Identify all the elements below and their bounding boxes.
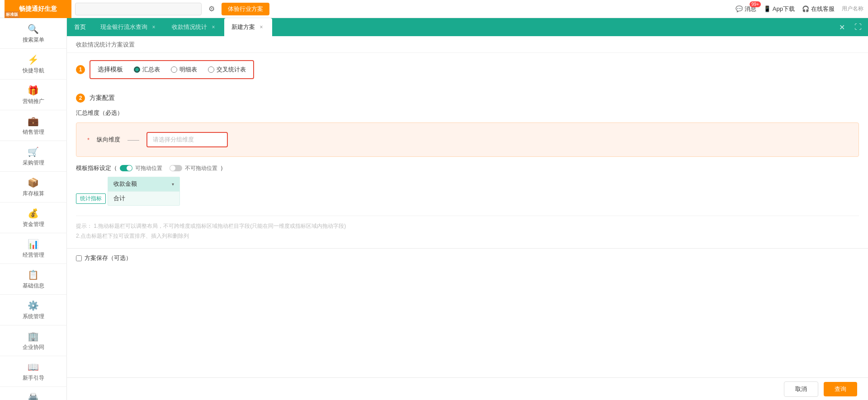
sidebar-item-system[interactable]: ⚙️ 系统管理 bbox=[0, 295, 66, 325]
hardware-icon: 🖨️ bbox=[28, 392, 39, 400]
stats-group-label: 统计指标 bbox=[76, 193, 106, 204]
tab-expand-icon[interactable]: ⛶ bbox=[852, 21, 864, 33]
dimension-select[interactable]: 请选择分组维度 bbox=[146, 132, 228, 147]
required-star: * bbox=[87, 136, 90, 143]
basicinfo-icon: 📋 bbox=[28, 269, 39, 280]
finance-icon: 💰 bbox=[28, 208, 39, 219]
sidebar-label-quicknav: 快捷导航 bbox=[23, 67, 44, 75]
tab-receipt-stats[interactable]: 收款情况统计 × bbox=[165, 18, 224, 36]
indicators-section: 统计指标 收款金额 ▾ 合计 bbox=[76, 177, 859, 207]
tab-bank-flow[interactable]: 现金银行流水查询 × bbox=[93, 18, 165, 36]
sidebar-label-marketing: 营销推广 bbox=[23, 98, 44, 105]
indicators-config-row: 模板指标设定（ 可拖动位置 不可拖动位置 ） bbox=[76, 164, 859, 172]
sidebar-item-sales[interactable]: 💼 销售管理 bbox=[0, 110, 66, 141]
radio-summary-input[interactable] bbox=[134, 66, 140, 73]
quicknav-icon: ⚡ bbox=[28, 54, 39, 65]
sidebar-item-quicknav[interactable]: ⚡ 快捷导航 bbox=[0, 49, 66, 80]
cancel-button[interactable]: 取消 bbox=[784, 381, 818, 397]
radio-summary[interactable]: 汇总表 bbox=[134, 66, 160, 74]
step2-label: 方案配置 bbox=[90, 94, 115, 102]
tab-new-plan-label: 新建方案 bbox=[231, 23, 255, 31]
sidebar-item-hardware[interactable]: 🖨️ 智能硬件 bbox=[0, 387, 66, 400]
sidebar-label-search: 搜索菜单 bbox=[23, 36, 44, 44]
tip-text-2: 2.点击标题栏下拉可设置排序、插入列和删除列 bbox=[76, 231, 189, 241]
save-option-checkbox[interactable]: 方案保存（可选） bbox=[76, 254, 132, 262]
step1-section: 1 选择模板 汇总表 明细表 bbox=[67, 53, 868, 86]
sidebar-item-marketing[interactable]: 🎁 营销推广 bbox=[0, 80, 66, 110]
purchase-icon: 🛒 bbox=[28, 146, 39, 157]
system-icon: ⚙️ bbox=[28, 300, 39, 311]
sidebar-item-inventory[interactable]: 📦 库存核算 bbox=[0, 172, 66, 202]
radio-crosstab-input[interactable] bbox=[208, 66, 214, 73]
inventory-icon: 📦 bbox=[28, 177, 39, 188]
headset-icon: 🎧 bbox=[802, 5, 809, 12]
indicators-label-text: 模板指标设定（ bbox=[76, 164, 117, 172]
sidebar-label-system: 系统管理 bbox=[23, 313, 44, 320]
sidebar-item-guide[interactable]: 📖 新手引导 bbox=[0, 356, 66, 387]
search-input[interactable] bbox=[75, 3, 202, 15]
breadcrumb: 收款情况统计方案设置 bbox=[67, 36, 868, 53]
chevron-down-icon[interactable]: ▾ bbox=[172, 182, 174, 187]
save-checkbox-label: 方案保存（可选） bbox=[85, 254, 132, 262]
movable-toggle[interactable] bbox=[120, 165, 132, 171]
trial-button[interactable]: 体验行业方案 bbox=[222, 3, 269, 15]
dimension-placeholder: 请选择分组维度 bbox=[153, 136, 194, 143]
stats-row-label: 合计 bbox=[113, 195, 125, 202]
tip-line-1: 提示： 1.拖动标题栏可以调整布局，不可跨维度或指标区域拖动栏目字段(只能在同一… bbox=[76, 221, 859, 231]
vertical-dimension-label: 纵向维度 bbox=[97, 136, 120, 144]
sidebar-item-finance[interactable]: 💰 资金管理 bbox=[0, 202, 66, 233]
template-radio-group: 汇总表 明细表 交叉统计表 bbox=[134, 66, 246, 74]
sidebar-item-purchase[interactable]: 🛒 采购管理 bbox=[0, 141, 66, 172]
tab-home[interactable]: 首页 bbox=[67, 18, 93, 36]
dimension-area: * 纵向维度 —— 请选择分组维度 bbox=[76, 122, 859, 157]
sidebar-label-guide: 新手引导 bbox=[23, 374, 44, 382]
page-content: 收款情况统计方案设置 1 选择模板 汇总表 bbox=[67, 36, 868, 377]
step1-num: 1 bbox=[76, 65, 85, 74]
radio-detail-input[interactable] bbox=[171, 66, 177, 73]
guide-icon: 📖 bbox=[28, 362, 39, 372]
tab-bar-right: ✕ ⛶ bbox=[835, 21, 868, 33]
sidebar-label-inventory: 库存核算 bbox=[23, 190, 44, 198]
top-header: 畅捷通好生意 标准版 ⚙ 体验行业方案 💬 消息 99+ 📱 App下载 🎧 在… bbox=[0, 0, 868, 18]
radio-detail[interactable]: 明细表 bbox=[171, 66, 197, 74]
sidebar-label-enterprise: 企业协同 bbox=[23, 344, 44, 351]
step2-section: 2 方案配置 汇总维度（必选） * 纵向维度 —— bbox=[67, 86, 868, 248]
sidebar-label-basicinfo: 基础信息 bbox=[23, 282, 44, 290]
sales-icon: 💼 bbox=[28, 116, 39, 127]
tab-close-all-icon[interactable]: ✕ bbox=[835, 21, 848, 33]
unmovable-label: 不可拖动位置 bbox=[185, 165, 217, 172]
stats-table-row: 合计 bbox=[108, 191, 179, 205]
service-button[interactable]: 🎧 在线客服 bbox=[802, 5, 835, 13]
query-button[interactable]: 查询 bbox=[824, 382, 857, 396]
page-footer: 方案保存（可选） bbox=[67, 248, 868, 268]
tip-line-2: 2.点击标题栏下拉可设置排序、插入列和删除列 bbox=[76, 231, 859, 241]
tips-area: 提示： 1.拖动标题栏可以调整布局，不可跨维度或指标区域拖动栏目字段(只能在同一… bbox=[76, 216, 859, 241]
stats-table-header[interactable]: 收款金额 ▾ bbox=[108, 177, 179, 191]
sidebar-label-purchase: 采购管理 bbox=[23, 159, 44, 167]
sidebar-item-enterprise[interactable]: 🏢 企业协同 bbox=[0, 325, 66, 356]
tab-new-plan[interactable]: 新建方案 × bbox=[224, 18, 272, 36]
gear-icon[interactable]: ⚙ bbox=[205, 3, 218, 15]
tab-receipt-stats-close[interactable]: × bbox=[210, 24, 217, 31]
enterprise-icon: 🏢 bbox=[28, 331, 39, 342]
tab-new-plan-close[interactable]: × bbox=[258, 24, 265, 31]
step1-template-box: 选择模板 汇总表 明细表 bbox=[90, 60, 254, 79]
tab-bar: 首页 现金银行流水查询 × 收款情况统计 × 新建方案 × ✕ ⛶ bbox=[67, 18, 868, 36]
radio-crosstab[interactable]: 交叉统计表 bbox=[208, 66, 246, 74]
sidebar-item-operations[interactable]: 📊 经营管理 bbox=[0, 233, 66, 264]
save-checkbox-input[interactable] bbox=[76, 255, 82, 261]
tab-bank-flow-label: 现金银行流水查询 bbox=[100, 23, 147, 31]
tab-bank-flow-close[interactable]: × bbox=[150, 24, 157, 31]
dimension-row: * 纵向维度 —— 请选择分组维度 bbox=[87, 132, 848, 147]
sidebar-label-sales: 销售管理 bbox=[23, 128, 44, 136]
notifications-button[interactable]: 💬 消息 99+ bbox=[736, 5, 756, 13]
sidebar-item-basicinfo[interactable]: 📋 基础信息 bbox=[0, 264, 66, 295]
operations-icon: 📊 bbox=[28, 239, 39, 249]
sidebar-item-search[interactable]: 🔍 搜索菜单 bbox=[0, 18, 66, 49]
radio-detail-label: 明细表 bbox=[179, 66, 197, 74]
page-panel: 收款情况统计方案设置 1 选择模板 汇总表 bbox=[67, 36, 868, 377]
download-button[interactable]: 📱 App下载 bbox=[764, 5, 795, 13]
tab-receipt-stats-label: 收款情况统计 bbox=[172, 23, 207, 31]
main-layout: 🔍 搜索菜单 ⚡ 快捷导航 🎁 营销推广 💼 销售管理 🛒 采购管理 📦 库存核… bbox=[0, 18, 868, 400]
step1-label: 选择模板 bbox=[98, 66, 123, 74]
